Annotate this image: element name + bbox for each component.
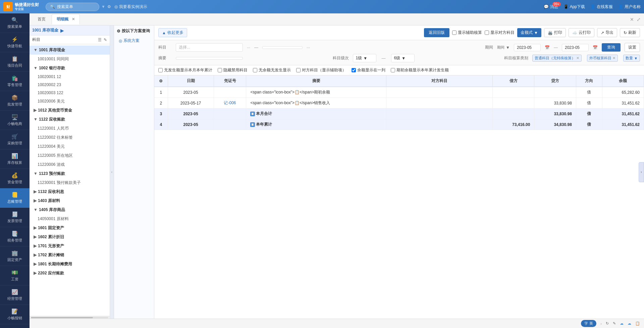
tree-item-11220006[interactable]: 11220006 游戏 (30, 160, 110, 169)
sidebar-item-search[interactable]: 🔍 搜索菜单 (0, 13, 30, 33)
tree-item-1122[interactable]: ▼1122 应收账款 (30, 115, 110, 124)
level-from-select[interactable]: 1级 ▼ (353, 54, 376, 62)
balance-col-checkbox[interactable]: 余额显示在一列 (352, 67, 385, 73)
sidebar-item-wholesale[interactable]: 📦 批发管理 (0, 91, 30, 111)
currency-format-button[interactable]: 金额式 ▼ (517, 28, 541, 37)
level-to-select[interactable]: 6级 ▼ (391, 54, 415, 62)
tree-item-1701[interactable]: ▶1701 无形资产 (30, 242, 110, 251)
tag-foreign-close[interactable]: ✕ (612, 56, 615, 60)
summary-input[interactable] (176, 57, 243, 60)
status-refresh-icon[interactable]: ↻ (606, 321, 609, 326)
tree-item-11220002[interactable]: 11220002 往来标签 (30, 133, 110, 142)
sidebar-item-salary[interactable]: 💵 工资 (0, 266, 30, 285)
tree-item-2202[interactable]: ▶2202 应付账款 (30, 269, 110, 278)
tree-item-1405[interactable]: ▼1405 库存商品 (30, 205, 110, 214)
demo-link[interactable]: ◎ 我要看实例演示 (114, 4, 147, 10)
sidebar-item-capital[interactable]: 💰 资金管理 (0, 169, 30, 188)
tree-item-10010001[interactable]: 10010001 同同同 (30, 55, 110, 64)
lang-button[interactable]: 字 英 (581, 320, 596, 327)
side-collapse-tab[interactable]: › (639, 162, 644, 182)
current-account-arrow[interactable]: ▶ (60, 28, 64, 33)
sidebar-item-purchase[interactable]: 🛒 采购管理 (0, 130, 30, 149)
online-service-button[interactable]: 👤 在线客服 (590, 4, 613, 10)
tree-item-11230001[interactable]: 11230001 预付账款美子 (30, 178, 110, 187)
settings-button[interactable]: 设置 (625, 43, 640, 52)
print-button[interactable]: 🖨️ 打印 (544, 28, 566, 37)
window-expand-button[interactable]: ⤢ (637, 17, 641, 22)
sidebar-item-ecommerce[interactable]: 🖥️ 小畅电商 (0, 111, 30, 130)
tree-item-1403[interactable]: ▶1403 原材料 (30, 196, 110, 205)
message-button[interactable]: 💬 消息 99+ (544, 4, 558, 10)
opening-balance-checkbox[interactable]: 期初余额显示本年累计发生额 (391, 67, 449, 73)
tag-quantity-dropdown[interactable]: ▼ (634, 56, 638, 60)
period-from-input[interactable]: 2023-05 (514, 44, 541, 51)
tree-item-11220001[interactable]: 11220001 人民币 (30, 124, 110, 133)
sidebar-item-general[interactable]: 📒 总账管理 (0, 188, 30, 208)
collapse-left-panel[interactable]: ‹ (110, 25, 114, 319)
status-cloud-icon[interactable]: ☁ (620, 321, 624, 326)
tree-item-1602[interactable]: ▶1602 累计折旧 (30, 233, 110, 242)
show-aux-checkbox[interactable]: 显示辅助核算 (452, 30, 482, 36)
no-balance-show-checkbox[interactable]: 无余额无发生显示 (253, 67, 291, 73)
tree-item-11220004[interactable]: 11220004 美元 (30, 142, 110, 151)
period-calendar2-icon[interactable]: 📅 (593, 45, 598, 50)
tree-item-10020001[interactable]: 10020001 12 (30, 73, 110, 81)
sidebar-item-tax[interactable]: 📑 税务管理 (0, 227, 30, 247)
lang-icon: 字 (584, 321, 588, 326)
tree-item-1123[interactable]: ▼1123 预付账款 (30, 169, 110, 178)
status-edit-icon[interactable]: ✎ (613, 321, 616, 326)
sidebar-item-operations[interactable]: 📈 经营管理 (0, 285, 30, 305)
sidebar-item-inventory[interactable]: 📊 库存核算 (0, 149, 30, 169)
th-gear[interactable]: ⚙ (154, 75, 168, 87)
refresh-button[interactable]: ↻ 刷新 (620, 28, 640, 37)
tree-item-14050001[interactable]: 14050001 原材料 (30, 214, 110, 223)
sidebar-item-reports[interactable]: 📝 小畅报销 (0, 305, 30, 324)
tree-item-1012[interactable]: ▶1012 其他货币资金 (30, 106, 110, 115)
status-cloud2-icon[interactable]: ☁ (628, 321, 631, 326)
subject-input[interactable]: 选择... (176, 43, 243, 52)
hide-disabled-checkbox[interactable]: 隐藏禁用科目 (218, 67, 248, 73)
sidebar-item-project[interactable]: 📋 项目合同 (0, 52, 30, 72)
sidebar-item-invoice[interactable]: 🧾 发票管理 (0, 208, 30, 227)
app-download-button[interactable]: 📱 App下载 (564, 4, 585, 10)
accounts-list-icon[interactable]: ☰ (98, 38, 102, 42)
opposite-checkbox[interactable]: 对方科目（显示辅助项） (296, 67, 346, 73)
tree-item-1702[interactable]: ▶1702 累计摊销 (30, 251, 110, 260)
subject-input-to[interactable] (262, 46, 303, 49)
query-button[interactable]: 查询 (602, 43, 621, 52)
tree-item-1001[interactable]: ▼1001 库存现金 (30, 46, 110, 55)
accounts-edit-icon[interactable]: ✎ (104, 38, 107, 42)
export-button[interactable]: ↗ 导出 (597, 28, 617, 37)
tree-item-1132[interactable]: ▶1132 应收利息 (30, 187, 110, 196)
period-to-input[interactable]: 2023-05 (562, 44, 589, 51)
status-clipboard-icon[interactable]: 📋 (635, 321, 640, 326)
collapse-more-button[interactable]: ▲ 收起更多 (158, 28, 187, 37)
tree-item-10020006[interactable]: 10020006 美元 (30, 97, 110, 106)
sidebar-item-assets[interactable]: 🏢 固定资产 (0, 247, 30, 266)
tag-normal-close[interactable]: ✕ (576, 56, 579, 60)
tree-item-11220005[interactable]: 11220005 所在地区 (30, 151, 110, 160)
tab-close-button[interactable]: ✕ (72, 17, 75, 21)
tab-home[interactable]: 首页 (33, 14, 50, 24)
tab-detail[interactable]: 明细账 ✕ (52, 14, 80, 24)
user-avatar[interactable]: 👤 用户名称 (618, 4, 641, 10)
tree-item-10020003[interactable]: 10020003 122 (30, 89, 110, 97)
sidebar-item-basic-info[interactable]: ℹ️ 基础信息 (0, 324, 30, 328)
top-search[interactable]: 🔍 搜索菜单 (46, 3, 99, 11)
return-old-version-button[interactable]: 返回旧版 (424, 28, 449, 37)
show-opposite-checkbox[interactable]: 显示对方科目 (485, 30, 515, 36)
no-balance-checkbox[interactable]: 无发生额显示本月本年累计 (158, 67, 212, 73)
cloud-print-button[interactable]: ☁️ 云打印 (569, 28, 594, 37)
tree-item-1002[interactable]: ▼1002 银行存款 (30, 64, 110, 73)
period-calendar-icon[interactable]: 📅 (545, 45, 550, 50)
dropdown-icon: ▼ (534, 30, 538, 35)
system-scheme-item[interactable]: ◎ 系统方案 (117, 37, 151, 45)
settings-icon[interactable]: ⚙ (107, 4, 111, 9)
refresh-icon: ↻ (624, 30, 627, 35)
sidebar-item-quick-nav[interactable]: ⚡ 快捷导航 (0, 33, 30, 52)
window-close-button[interactable]: ✕ (630, 17, 634, 22)
tree-item-1801[interactable]: ▶1801 长期待摊费用 (30, 260, 110, 269)
tree-item-10020002[interactable]: 10020002 23 (30, 81, 110, 89)
tree-item-1601[interactable]: ▶1601 固定资产 (30, 223, 110, 233)
sidebar-item-retail[interactable]: 🛍️ 零售管理 (0, 72, 30, 91)
